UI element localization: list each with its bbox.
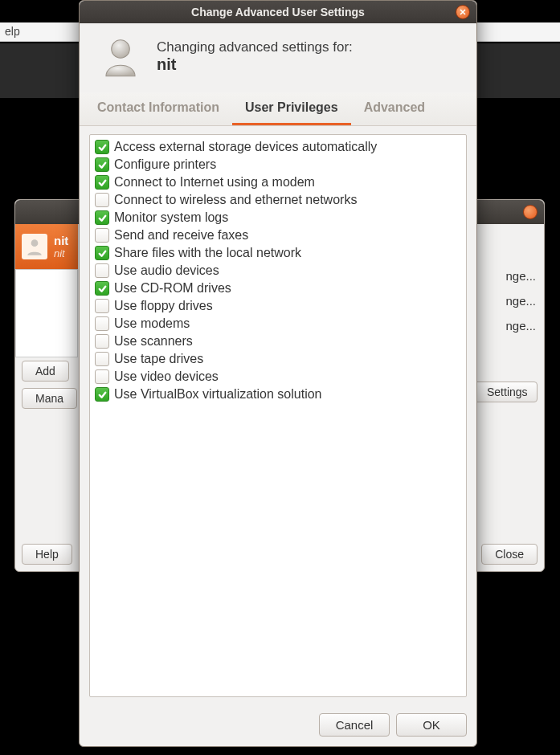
- header-username: nit: [157, 55, 353, 74]
- dialog-titlebar: Change Advanced User Settings: [80, 1, 476, 23]
- privilege-label: Configure printers: [114, 157, 216, 172]
- privilege-checkbox[interactable]: [95, 157, 109, 172]
- bg-menu-text[interactable]: elp: [5, 25, 20, 38]
- tab-advanced[interactable]: Advanced: [351, 92, 438, 125]
- privilege-label: Connect to Internet using a modem: [114, 175, 315, 190]
- bg-user-row[interactable]: nit nit: [15, 224, 78, 269]
- advanced-settings-button[interactable]: Settings: [473, 382, 538, 402]
- manage-button[interactable]: Mana: [22, 388, 77, 409]
- user-avatar-icon: [99, 35, 142, 78]
- privilege-checkbox[interactable]: [95, 369, 109, 384]
- dialog-footer: Cancel OK: [80, 705, 476, 746]
- privilege-checkbox[interactable]: [95, 299, 109, 313]
- privilege-row: Monitor system logs: [93, 209, 463, 226]
- bg-change-links: nge... nge... nge...: [505, 269, 536, 333]
- privilege-label: Send and receive faxes: [114, 228, 248, 243]
- privilege-label: Monitor system logs: [114, 210, 228, 225]
- privilege-checkbox[interactable]: [95, 352, 109, 366]
- privilege-row: Use video devices: [93, 368, 463, 386]
- tabs: Contact Information User Privileges Adva…: [80, 92, 476, 126]
- privilege-label: Use floppy drives: [114, 299, 213, 313]
- ok-button[interactable]: OK: [396, 713, 467, 737]
- privilege-checkbox[interactable]: [95, 193, 109, 207]
- privilege-checkbox[interactable]: [95, 175, 109, 190]
- bg-user-name: nit: [54, 234, 68, 247]
- privilege-row: Connect to Internet using a modem: [93, 173, 463, 191]
- close-button[interactable]: Close: [481, 544, 538, 565]
- privilege-row: Use CD-ROM drives: [93, 280, 463, 297]
- bg-user-list: [15, 269, 78, 357]
- privilege-label: Use scanners: [114, 334, 193, 349]
- tab-user-privileges[interactable]: User Privileges: [232, 92, 351, 125]
- privilege-label: Use modems: [114, 316, 190, 331]
- svg-point-0: [31, 239, 39, 247]
- privilege-row: Send and receive faxes: [93, 226, 463, 244]
- header-line1: Changing advanced settings for:: [157, 39, 353, 55]
- bg-user-sub: nit: [54, 247, 68, 259]
- tab-contact-information[interactable]: Contact Information: [84, 92, 232, 125]
- privilege-label: Use video devices: [114, 369, 219, 384]
- privilege-label: Use tape drives: [114, 352, 203, 366]
- privilege-row: Use scanners: [93, 333, 463, 350]
- privilege-row: Use floppy drives: [93, 297, 463, 315]
- privilege-row: Access external storage devices automati…: [93, 138, 463, 156]
- privilege-row: Use modems: [93, 315, 463, 333]
- cancel-button[interactable]: Cancel: [319, 713, 390, 737]
- privilege-row: Use audio devices: [93, 262, 463, 280]
- privilege-row: Use tape drives: [93, 350, 463, 368]
- close-icon[interactable]: [456, 5, 470, 19]
- privilege-label: Use CD-ROM drives: [114, 281, 231, 296]
- privilege-checkbox[interactable]: [95, 334, 109, 349]
- help-button[interactable]: Help: [22, 544, 72, 565]
- advanced-settings-dialog: Change Advanced User Settings Changing a…: [79, 0, 477, 747]
- privilege-checkbox[interactable]: [95, 210, 109, 225]
- privilege-checkbox[interactable]: [95, 140, 109, 154]
- privilege-row: Share files with the local network: [93, 244, 463, 262]
- add-button[interactable]: Add: [22, 361, 69, 382]
- privilege-label: Use audio devices: [114, 263, 219, 278]
- bg-close-icon[interactable]: [523, 205, 538, 219]
- bg-change-link[interactable]: nge...: [505, 319, 536, 333]
- bg-change-link[interactable]: nge...: [505, 269, 536, 283]
- privileges-panel: Access external storage devices automati…: [80, 126, 476, 705]
- privilege-checkbox[interactable]: [95, 387, 109, 402]
- privilege-label: Connect to wireless and ethernet network…: [114, 193, 357, 207]
- privilege-row: Use VirtualBox virtualization solution: [93, 386, 463, 403]
- privilege-checkbox[interactable]: [95, 263, 109, 278]
- privilege-label: Use VirtualBox virtualization solution: [114, 387, 322, 402]
- privilege-checkbox[interactable]: [95, 246, 109, 260]
- privilege-checkbox[interactable]: [95, 281, 109, 296]
- privilege-row: Configure printers: [93, 156, 463, 173]
- privilege-checkbox[interactable]: [95, 228, 109, 243]
- privilege-checkbox[interactable]: [95, 316, 109, 331]
- privilege-row: Connect to wireless and ethernet network…: [93, 191, 463, 209]
- bg-avatar-icon: [22, 234, 47, 259]
- dialog-title: Change Advanced User Settings: [191, 6, 365, 18]
- privileges-list: Access external storage devices automati…: [89, 134, 467, 697]
- bg-change-link[interactable]: nge...: [505, 294, 536, 308]
- svg-point-1: [112, 40, 130, 59]
- dialog-header: Changing advanced settings for: nit: [80, 23, 476, 92]
- privilege-label: Access external storage devices automati…: [114, 140, 377, 154]
- privilege-label: Share files with the local network: [114, 246, 301, 260]
